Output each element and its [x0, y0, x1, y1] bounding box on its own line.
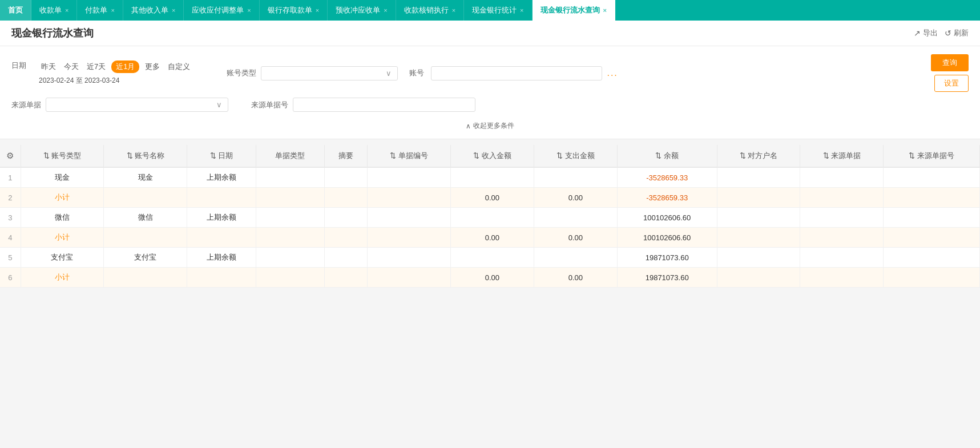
- filter-row-1: 日期 昨天 今天 近7天 近1月 更多 自定义 2023-02-24 至 202…: [11, 54, 969, 92]
- cell-counterpart: [717, 268, 800, 288]
- col-source-doc-no[interactable]: ⇅ 来源单据号: [884, 145, 980, 167]
- cell-income: 0.00: [450, 268, 534, 288]
- col-account-name[interactable]: ⇅ 账号名称: [104, 145, 187, 167]
- table-row: 6 小计 0.00 0.00 19871073.60: [0, 268, 980, 288]
- cell-doc-type: [256, 268, 324, 288]
- close-bank-deposit-icon[interactable]: ×: [316, 7, 319, 14]
- row-num: 1: [0, 167, 21, 188]
- row-num: 6: [0, 268, 21, 288]
- date-opt-1month[interactable]: 近1月: [111, 60, 139, 73]
- col-account-type[interactable]: ⇅ 账号类型: [21, 145, 104, 167]
- cell-summary: [325, 228, 368, 248]
- filter-row-2: 来源单据 ∨ 来源单据号: [11, 98, 969, 112]
- nav-item-cash-bank-flow[interactable]: 现金银行流水查询 ×: [533, 0, 615, 21]
- settings-button[interactable]: 设置: [934, 75, 969, 92]
- close-advance-receipt-icon[interactable]: ×: [384, 7, 387, 14]
- col-doc-no[interactable]: ⇅ 单据编号: [368, 145, 451, 167]
- date-opt-custom[interactable]: 自定义: [166, 60, 192, 73]
- source-doc-no-input[interactable]: [293, 98, 475, 112]
- col-income[interactable]: ⇅ 收入金额: [450, 145, 534, 167]
- account-type-filter-group: 账号类型 ∨: [227, 66, 398, 80]
- refresh-button[interactable]: ↺ 刷新: [945, 28, 969, 38]
- source-doc-filter-group: 来源单据 ∨: [11, 98, 228, 112]
- source-doc-select[interactable]: ∨: [46, 98, 228, 112]
- export-icon: ↗: [914, 29, 921, 38]
- date-opt-yesterday[interactable]: 昨天: [39, 60, 58, 73]
- table-gear-icon[interactable]: ⚙: [6, 151, 14, 160]
- date-filter-group: 日期 昨天 今天 近7天 近1月 更多 自定义 2023-02-24 至 202…: [11, 60, 192, 86]
- close-other-income-icon[interactable]: ×: [172, 7, 175, 14]
- cell-account-name: 支付宝: [104, 248, 187, 268]
- page-title: 现金银行流水查询: [11, 26, 94, 40]
- cell-balance: 19871073.60: [617, 268, 717, 288]
- account-type-select[interactable]: ∨: [261, 66, 398, 80]
- cell-doc-no: [368, 248, 451, 268]
- col-balance[interactable]: ⇅ 余额: [617, 145, 717, 167]
- nav-item-ar-ap-adjust[interactable]: 应收应付调整单 ×: [184, 0, 259, 21]
- cell-account-name: [104, 268, 187, 288]
- nav-item-cash-bank-stat[interactable]: 现金银行统计 ×: [464, 0, 532, 21]
- account-dots-button[interactable]: ...: [607, 68, 618, 78]
- col-counterpart[interactable]: ⇅ 对方户名: [717, 145, 800, 167]
- query-button[interactable]: 查询: [931, 54, 969, 71]
- source-doc-label: 来源单据: [11, 100, 41, 110]
- cell-expense: 0.00: [534, 188, 617, 208]
- cell-doc-type: [256, 167, 324, 188]
- cell-doc-type: [256, 208, 324, 228]
- cell-summary: [325, 268, 368, 288]
- close-cash-bank-stat-icon[interactable]: ×: [520, 7, 523, 14]
- cell-expense: [534, 248, 617, 268]
- account-type-label: 账号类型: [227, 68, 256, 78]
- nav-item-bank-deposit[interactable]: 银行存取款单 ×: [260, 0, 328, 21]
- cell-summary: [325, 248, 368, 268]
- date-opt-today[interactable]: 今天: [62, 60, 81, 73]
- data-table-container: ⚙ ⇅ 账号类型 ⇅ 账号名称 ⇅ 日期 单据类型 摘要: [0, 145, 980, 288]
- date-opt-7days[interactable]: 近7天: [84, 60, 108, 73]
- cell-summary: [325, 167, 368, 188]
- table-header-row: ⚙ ⇅ 账号类型 ⇅ 账号名称 ⇅ 日期 单据类型 摘要: [0, 145, 980, 167]
- account-label: 账号: [409, 68, 426, 78]
- nav-item-payment[interactable]: 付款单 ×: [77, 0, 123, 21]
- cell-summary: [325, 208, 368, 228]
- cell-doc-type: [256, 248, 324, 268]
- cell-income: [450, 208, 534, 228]
- nav-item-other-income[interactable]: 其他收入单 ×: [123, 0, 184, 21]
- nav-item-receipt[interactable]: 收款单 ×: [31, 0, 77, 21]
- col-expense[interactable]: ⇅ 支出金额: [534, 145, 617, 167]
- header-actions: ↗ 导出 ↺ 刷新: [914, 28, 969, 38]
- row-num: 5: [0, 248, 21, 268]
- account-input[interactable]: [431, 66, 602, 80]
- cell-balance: 100102606.60: [617, 208, 717, 228]
- cell-account-name: [104, 188, 187, 208]
- cell-doc-type: [256, 188, 324, 208]
- cell-date: 上期余额: [187, 208, 256, 228]
- date-opt-more[interactable]: 更多: [143, 60, 162, 73]
- close-cash-bank-flow-icon[interactable]: ×: [603, 7, 607, 14]
- nav-item-advance-receipt[interactable]: 预收冲应收单 ×: [328, 0, 396, 21]
- cell-doc-no: [368, 228, 451, 248]
- col-settings[interactable]: ⚙: [0, 145, 21, 167]
- table-row: 3 微信 微信 上期余额 100102606.60: [0, 208, 980, 228]
- nav-item-home[interactable]: 首页: [0, 0, 31, 21]
- account-type-dropdown-arrow: ∨: [386, 69, 392, 78]
- nav-item-receipt-verify[interactable]: 收款核销执行 ×: [396, 0, 464, 21]
- cell-source-doc-no: [884, 228, 980, 248]
- col-source-doc[interactable]: ⇅ 来源单据: [800, 145, 884, 167]
- cell-balance: -3528659.33: [617, 188, 717, 208]
- cell-expense: 0.00: [534, 268, 617, 288]
- cell-source-doc: [800, 188, 884, 208]
- close-ar-ap-adjust-icon[interactable]: ×: [247, 7, 251, 14]
- export-button[interactable]: ↗ 导出: [914, 28, 938, 38]
- cell-summary: [325, 188, 368, 208]
- close-receipt-icon[interactable]: ×: [65, 7, 68, 14]
- close-receipt-verify-icon[interactable]: ×: [452, 7, 455, 14]
- col-doc-type: 单据类型: [256, 145, 324, 167]
- col-summary: 摘要: [325, 145, 368, 167]
- close-payment-icon[interactable]: ×: [111, 7, 114, 14]
- cell-date: [187, 188, 256, 208]
- date-options: 昨天 今天 近7天 近1月 更多 自定义: [39, 60, 192, 73]
- account-filter-group: 账号 ...: [409, 66, 618, 80]
- collapse-bar[interactable]: ∧ 收起更多条件: [11, 118, 969, 134]
- col-date[interactable]: ⇅ 日期: [187, 145, 256, 167]
- cell-account-type: 小计: [21, 188, 104, 208]
